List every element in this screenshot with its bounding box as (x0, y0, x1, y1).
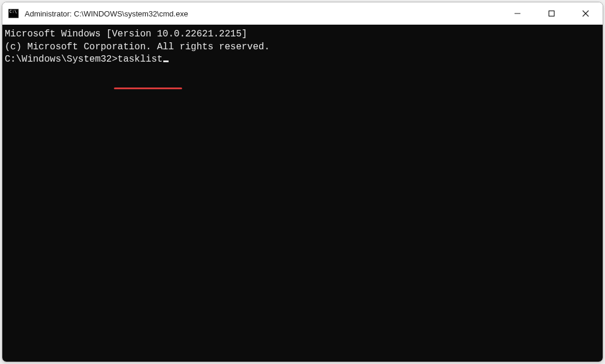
svg-rect-1 (549, 11, 554, 16)
maximize-button[interactable] (535, 2, 569, 25)
titlebar[interactable]: Administrator: C:\WINDOWS\system32\cmd.e… (2, 2, 603, 25)
terminal-prompt-line: C:\Windows\System32>tasklist (5, 53, 600, 66)
terminal-output-line: Microsoft Windows [Version 10.0.22621.22… (5, 28, 600, 41)
close-icon (582, 10, 589, 17)
window-title: Administrator: C:\WINDOWS\system32\cmd.e… (25, 9, 500, 18)
app-icon (8, 8, 19, 19)
minimize-icon (514, 10, 521, 17)
command-highlight-underline (114, 87, 182, 89)
prompt-text: C:\Windows\System32> (5, 54, 117, 65)
typed-command: tasklist (117, 54, 163, 65)
cmd-icon (8, 9, 19, 18)
app-window: Administrator: C:\WINDOWS\system32\cmd.e… (2, 2, 603, 362)
maximize-icon (548, 10, 555, 17)
minimize-button[interactable] (500, 2, 535, 25)
terminal-area[interactable]: Microsoft Windows [Version 10.0.22621.22… (2, 25, 603, 362)
terminal-output-line: (c) Microsoft Corporation. All rights re… (5, 41, 600, 54)
window-controls (500, 2, 603, 25)
cursor (163, 60, 169, 62)
close-button[interactable] (569, 2, 603, 25)
